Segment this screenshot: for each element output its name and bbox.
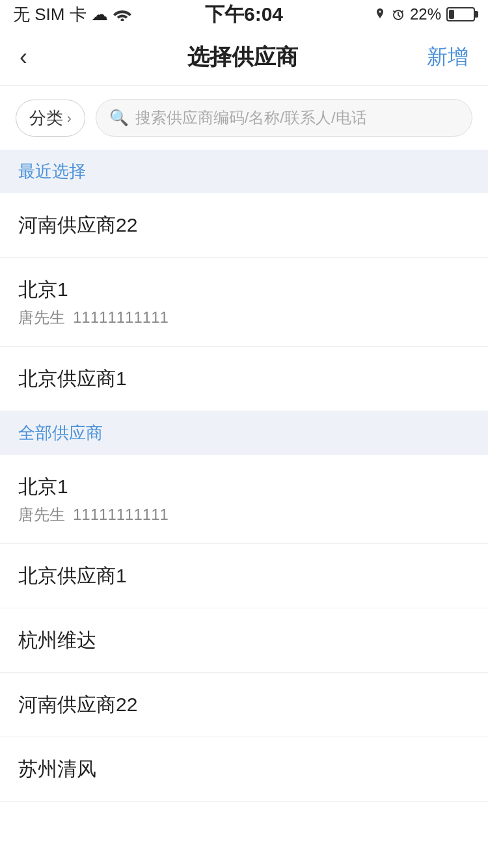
list-item[interactable]: 北京供应商1 bbox=[0, 544, 488, 608]
list-item[interactable]: 杭州维达 bbox=[0, 608, 488, 673]
battery-fill bbox=[449, 10, 454, 19]
search-icon: 🔍 bbox=[109, 109, 129, 127]
status-right: 22% bbox=[373, 5, 475, 23]
alarm-icon bbox=[392, 8, 405, 21]
item-name: 北京供应商1 bbox=[18, 365, 470, 392]
item-name: 河南供应商22 bbox=[18, 691, 470, 718]
add-button[interactable]: 新增 bbox=[427, 43, 468, 72]
item-sub: 唐先生11111111111 bbox=[18, 504, 470, 525]
list-item[interactable]: 北京1唐先生11111111111 bbox=[0, 455, 488, 544]
list-item[interactable]: 苏州清风 bbox=[0, 737, 488, 802]
recent-section-header: 最近选择 bbox=[0, 150, 488, 193]
recent-list: 河南供应商22北京1唐先生11111111111北京供应商1 bbox=[0, 193, 488, 411]
category-label: 分类 bbox=[29, 107, 63, 129]
item-name: 杭州维达 bbox=[18, 627, 470, 654]
location-icon bbox=[373, 8, 386, 21]
list-item[interactable]: 河南供应商22 bbox=[0, 193, 488, 258]
back-button[interactable]: ‹ bbox=[20, 44, 59, 71]
svg-point-0 bbox=[120, 19, 124, 21]
page-title: 选择供应商 bbox=[187, 42, 298, 72]
all-list: 北京1唐先生11111111111北京供应商1杭州维达河南供应商22苏州清风 bbox=[0, 455, 488, 802]
item-name: 北京1 bbox=[18, 473, 470, 500]
list-item[interactable]: 河南供应商22 bbox=[0, 673, 488, 737]
list-item[interactable]: 北京1唐先生11111111111 bbox=[0, 258, 488, 347]
item-name: 北京供应商1 bbox=[18, 562, 470, 590]
status-left: 无 SIM 卡 ☁ bbox=[13, 3, 131, 26]
item-name: 北京1 bbox=[18, 276, 470, 303]
category-button[interactable]: 分类 › bbox=[16, 100, 85, 137]
no-sim-text: 无 SIM 卡 ☁ bbox=[13, 3, 108, 26]
filter-bar: 分类 › 🔍 搜索供应商编码/名称/联系人/电话 bbox=[0, 86, 488, 150]
item-phone: 11111111111 bbox=[73, 308, 169, 326]
status-bar: 无 SIM 卡 ☁ 下午6:04 22% bbox=[0, 0, 488, 29]
nav-bar: ‹ 选择供应商 新增 bbox=[0, 29, 488, 86]
battery-icon bbox=[446, 7, 475, 21]
item-name: 河南供应商22 bbox=[18, 211, 470, 239]
item-phone: 11111111111 bbox=[73, 506, 169, 523]
search-box[interactable]: 🔍 搜索供应商编码/名称/联系人/电话 bbox=[96, 99, 472, 137]
wifi-icon bbox=[113, 8, 131, 21]
item-contact: 唐先生 bbox=[18, 308, 65, 326]
list-item[interactable]: 北京供应商1 bbox=[0, 347, 488, 411]
battery-percent: 22% bbox=[410, 5, 441, 23]
chevron-right-icon: › bbox=[67, 111, 72, 126]
item-contact: 唐先生 bbox=[18, 506, 65, 523]
status-time: 下午6:04 bbox=[205, 1, 283, 28]
search-placeholder: 搜索供应商编码/名称/联系人/电话 bbox=[135, 107, 367, 128]
item-name: 苏州清风 bbox=[18, 755, 470, 783]
item-sub: 唐先生11111111111 bbox=[18, 307, 470, 328]
all-section-header: 全部供应商 bbox=[0, 411, 488, 455]
